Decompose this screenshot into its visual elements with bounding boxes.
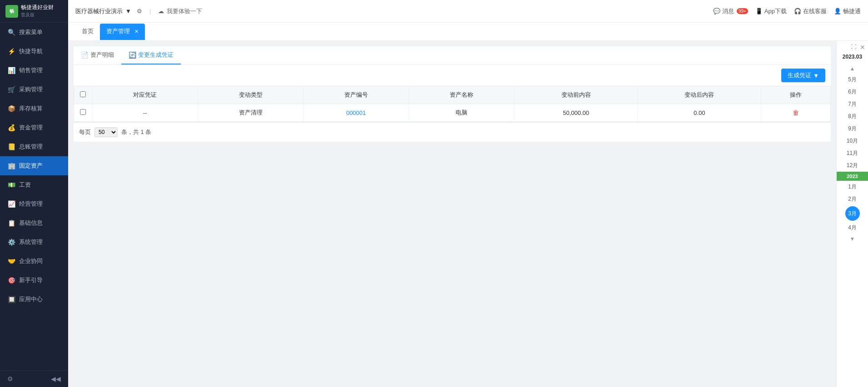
company-name: 医疗器械行业演示	[75, 7, 123, 15]
scroll-up-button[interactable]: ▲	[837, 64, 868, 74]
sidebar-item-operation[interactable]: 📈 经营管理	[0, 194, 68, 213]
month-10[interactable]: 10月	[837, 135, 868, 147]
sidebar-item-label: 应用中心	[19, 295, 43, 303]
select-all-header	[74, 86, 92, 104]
tab-asset-mgmt[interactable]: 资产管理 ✕	[100, 24, 145, 40]
topbar-right: 💬 消息 99+ 📱 App下载 🎧 在线客服 👤 畅捷通	[713, 7, 861, 15]
subtab-asset-detail[interactable]: 📄 资产明细	[74, 46, 121, 64]
sidebar-item-purchase[interactable]: 🛒 采购管理	[0, 80, 68, 99]
main-content: 医疗器械行业演示 ▼ ⚙ | ☁ 我要体验一下 💬 消息 99+ 📱 App下载	[68, 0, 868, 387]
app-center-icon: 🔲	[7, 296, 15, 303]
message-label: 消息	[722, 7, 734, 15]
app-download-label: App下载	[764, 7, 787, 15]
subtab-change-voucher[interactable]: 🔄 变更生成凭证	[121, 46, 181, 64]
user-menu[interactable]: 👤 畅捷通	[834, 7, 861, 15]
sidebar-item-label: 资金管理	[19, 124, 43, 132]
generate-voucher-button[interactable]: 生成凭证 ▼	[781, 69, 825, 82]
per-page-label: 每页	[79, 128, 91, 136]
user-icon: 👤	[834, 8, 841, 15]
expand-icon[interactable]: ⛶	[851, 44, 856, 50]
topbar: 医疗器械行业演示 ▼ ⚙ | ☁ 我要体验一下 💬 消息 99+ 📱 App下载	[68, 0, 868, 23]
sidebar-item-label: 总账管理	[19, 143, 43, 151]
sidebar-item-label: 系统管理	[19, 238, 43, 246]
col-change-type: 变动类型	[198, 86, 303, 104]
fixed-assets-icon: 🏢	[7, 162, 15, 169]
collapse-icon[interactable]: ◀◀	[51, 375, 61, 382]
month-3[interactable]: 3月	[845, 206, 860, 221]
month-6[interactable]: 6月	[837, 86, 868, 98]
sidebar-item-system[interactable]: ⚙️ 系统管理	[0, 233, 68, 252]
company-selector[interactable]: 医疗器械行业演示 ▼	[75, 7, 131, 15]
sidebar-logo: 畅 畅捷通好业财 普及版	[0, 0, 68, 23]
sidebar: 畅 畅捷通好业财 普及版 🔍 搜索菜单 ⚡ 快捷导航 📊 销售管理 🛒 采购管理…	[0, 0, 68, 387]
sales-icon: 📊	[7, 67, 15, 74]
sidebar-item-capital[interactable]: 💰 资金管理	[0, 118, 68, 137]
sidebar-item-label: 采购管理	[19, 85, 43, 94]
sidebar-item-salary[interactable]: 💵 工资	[0, 175, 68, 194]
asset-detail-icon: 📄	[81, 51, 89, 59]
sidebar-item-sales[interactable]: 📊 销售管理	[0, 61, 68, 80]
cloud-icon: ☁	[158, 8, 164, 15]
col-voucher: 对应凭证	[92, 86, 198, 104]
settings-icon[interactable]: ⚙	[7, 375, 13, 382]
sidebar-item-basic-info[interactable]: 📋 基础信息	[0, 213, 68, 233]
sidebar-item-guide[interactable]: 🎯 新手引导	[0, 271, 68, 290]
experience-button[interactable]: ☁ 我要体验一下	[158, 7, 202, 15]
tab-asset-mgmt-label: 资产管理	[106, 28, 130, 35]
inventory-icon: 📦	[7, 105, 15, 112]
sidebar-item-label: 工资	[19, 181, 31, 189]
tab-close-icon[interactable]: ✕	[134, 29, 139, 34]
month-2[interactable]: 2月	[837, 193, 868, 205]
row-checkbox[interactable]	[80, 109, 86, 115]
sidebar-item-ledger[interactable]: 📒 总账管理	[0, 137, 68, 156]
sidebar-item-inventory[interactable]: 📦 库存核算	[0, 99, 68, 118]
tab-home[interactable]: 首页	[75, 24, 100, 40]
message-icon: 💬	[713, 8, 720, 15]
scroll-down-button[interactable]: ▼	[837, 234, 868, 244]
month-1[interactable]: 1月	[837, 181, 868, 193]
per-page-select[interactable]: 50 10 20 100	[94, 127, 118, 137]
month-7[interactable]: 7月	[837, 98, 868, 110]
ledger-icon: 📒	[7, 143, 15, 150]
generate-voucher-label: 生成凭证	[788, 71, 811, 79]
basic-info-icon: 📋	[7, 219, 15, 227]
subtab-asset-detail-label: 资产明细	[90, 51, 114, 59]
message-button[interactable]: 💬 消息 99+	[713, 7, 748, 15]
experience-text: 我要体验一下	[167, 7, 202, 15]
row-op: 🗑	[761, 104, 830, 122]
month-8[interactable]: 8月	[837, 110, 868, 123]
topbar-settings-icon[interactable]: ⚙	[137, 8, 142, 15]
row-asset-no: 000001	[303, 104, 409, 122]
col-before: 变动前内容	[514, 86, 638, 104]
sidebar-item-enterprise[interactable]: 🤝 企业协同	[0, 252, 68, 271]
customer-service-button[interactable]: 🎧 在线客服	[794, 7, 827, 15]
customer-service-label: 在线客服	[803, 7, 827, 15]
sidebar-item-fixed-assets[interactable]: 🏢 固定资产	[0, 156, 68, 175]
username: 畅捷通	[843, 7, 861, 15]
enterprise-icon: 🤝	[7, 258, 15, 265]
app-download-button[interactable]: 📱 App下载	[755, 7, 787, 15]
sidebar-item-label: 企业协同	[19, 257, 43, 265]
month-5[interactable]: 5月	[837, 74, 868, 86]
month-12[interactable]: 12月	[837, 159, 868, 172]
sidebar-item-search[interactable]: 🔍 搜索菜单	[0, 23, 68, 42]
table-row: -- 资产清理 000001 电脑 50,000.00 0.00 🗑	[74, 104, 830, 122]
close-panel-button[interactable]: ✕	[860, 44, 865, 51]
select-all-checkbox[interactable]	[80, 91, 86, 97]
sidebar-item-quick-nav[interactable]: ⚡ 快捷导航	[0, 42, 68, 61]
operation-icon: 📈	[7, 200, 15, 208]
sidebar-item-label: 搜索菜单	[19, 28, 43, 36]
month-11[interactable]: 11月	[837, 147, 868, 159]
month-4[interactable]: 4月	[837, 222, 868, 234]
year-2023-label[interactable]: 2023	[837, 172, 868, 181]
table-header-row: 对应凭证 变动类型 资产编号 资产名称	[74, 86, 830, 104]
month-9[interactable]: 9月	[837, 123, 868, 135]
delete-row-button[interactable]: 🗑	[793, 109, 799, 116]
subtabs: 📄 资产明细 🔄 变更生成凭证	[74, 46, 831, 65]
sidebar-item-label: 基础信息	[19, 219, 43, 227]
date-panel-scroll: ▲ 5月 6月 7月 8月 9月 10月 11月 12月 2023 1月 2月 …	[837, 64, 868, 387]
download-icon: 📱	[755, 8, 763, 15]
col-after: 变动后内容	[638, 86, 761, 104]
col-op: 操作	[761, 86, 830, 104]
sidebar-item-app-center[interactable]: 🔲 应用中心	[0, 290, 68, 309]
